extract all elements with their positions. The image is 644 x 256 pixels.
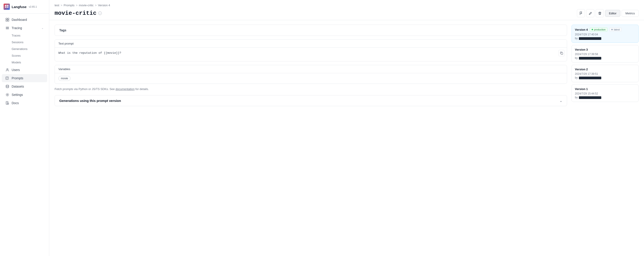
svg-rect-17: [561, 53, 563, 54]
sidebar-item-label: Prompts: [12, 76, 23, 80]
main-nav: Dashboard Tracing ⌄ Traces Sessions Gene…: [0, 14, 49, 256]
edit-button[interactable]: [586, 9, 594, 17]
editor-tab-button[interactable]: Editor: [605, 10, 620, 17]
svg-rect-2: [5, 7, 6, 8]
sidebar-item-label: Datasets: [12, 85, 24, 88]
svg-rect-4: [6, 18, 7, 20]
breadcrumb-sep-1: >: [60, 4, 62, 7]
generations-card: Generations using this prompt version ⌄: [54, 95, 567, 106]
version-label-4: Version 4: [575, 28, 588, 31]
documentation-link[interactable]: documentation: [116, 87, 134, 91]
chevron-down-icon: ⌄: [42, 27, 44, 30]
sidebar-item-label: Docs: [12, 101, 19, 105]
svg-rect-7: [8, 20, 9, 21]
version-date-2: 2024/7/29 17:39:51: [575, 72, 635, 76]
sidebar-item-scores[interactable]: Scores: [2, 52, 47, 59]
redacted-author-1: [579, 96, 601, 99]
dashboard-icon: [5, 18, 10, 22]
variables-body: movie: [55, 73, 567, 84]
generations-title: Generations using this prompt version: [59, 99, 121, 103]
sidebar-item-label: Dashboard: [12, 18, 27, 22]
version-date-4: 2024/7/29 17:40:04: [575, 33, 635, 36]
prompt-text: What is the reputation of {{movie}}?: [58, 51, 563, 55]
version-row-2: Version 2: [575, 68, 635, 71]
breadcrumb-prompts[interactable]: Prompts: [64, 4, 74, 7]
svg-rect-9: [6, 28, 9, 28]
app-version: v2.65.1: [29, 5, 37, 8]
version-date-3: 2024/7/29 17:39:58: [575, 53, 635, 56]
logo-icon: [4, 4, 10, 10]
page-title: movie-critic: [54, 10, 96, 17]
version-date-1: 2024/7/29 15:44:52: [575, 92, 635, 95]
version-label-3: Version 3: [575, 48, 588, 51]
variables-header: Variables: [55, 65, 567, 73]
svg-rect-12: [6, 77, 8, 80]
variables-card: Variables movie: [54, 65, 567, 84]
badge-production-text: production: [594, 28, 606, 31]
version-by-1: by: [575, 96, 635, 99]
metrics-tab-button[interactable]: Metrics: [622, 10, 639, 17]
version-item-4[interactable]: Version 4 production latest 2024/7/29 17…: [572, 25, 639, 43]
prompts-icon: [5, 76, 10, 80]
breadcrumb-sep-3: >: [95, 4, 97, 7]
production-dot: [592, 29, 593, 30]
delete-button[interactable]: [596, 9, 604, 17]
sidebar-item-datasets[interactable]: Datasets: [2, 82, 47, 91]
version-label-1: Version 1: [575, 87, 588, 91]
copy-prompt-button[interactable]: [558, 50, 564, 56]
redacted-author-2: [579, 77, 601, 79]
svg-rect-1: [7, 5, 8, 6]
flag-button[interactable]: [577, 9, 585, 17]
tags-section: Tags: [54, 25, 567, 36]
redacted-author-4: [579, 37, 601, 40]
badge-latest: latest: [609, 28, 622, 32]
content-area: Tags Text prompt What is the reputation …: [49, 20, 644, 256]
chevron-down-icon: ⌄: [560, 99, 562, 103]
sub-item-label: Scores: [12, 54, 20, 57]
user-icon: [5, 68, 10, 72]
info-icon[interactable]: i: [98, 12, 102, 15]
version-item-2[interactable]: Version 2 2024/7/29 17:39:51 by: [572, 65, 639, 82]
breadcrumb-version: Version 4: [98, 4, 110, 7]
breadcrumb-movie-critic[interactable]: movie-critic: [79, 4, 94, 7]
version-item-1[interactable]: Version 1 2024/7/29 15:44:52 by: [572, 84, 639, 102]
svg-rect-6: [6, 20, 7, 21]
tracing-icon: [5, 26, 10, 30]
latest-dot: [611, 29, 613, 30]
badge-latest-text: latest: [614, 28, 620, 31]
sidebar-item-label: Settings: [12, 93, 23, 97]
version-row-3: Version 3: [575, 48, 635, 51]
sidebar-item-label: Tracing: [12, 26, 22, 30]
svg-rect-8: [6, 27, 9, 27]
sidebar-item-docs[interactable]: Docs: [2, 99, 47, 107]
sidebar-item-tracing[interactable]: Tracing ⌄: [2, 24, 47, 32]
sidebar-item-sessions[interactable]: Sessions: [2, 39, 47, 46]
sidebar-item-prompts[interactable]: Prompts: [2, 74, 47, 82]
version-row-1: Version 1: [575, 87, 635, 91]
sidebar-item-settings[interactable]: Settings: [2, 91, 47, 99]
sdk-info-text: Fetch prompts via Python or JS/TS SDKs. …: [54, 87, 567, 91]
version-by-3: by: [575, 57, 635, 60]
sub-item-label: Models: [12, 61, 21, 64]
svg-rect-3: [7, 7, 8, 8]
database-icon: [5, 84, 10, 89]
page-title-area: movie-critic i: [54, 10, 102, 17]
generations-header[interactable]: Generations using this prompt version ⌄: [55, 95, 567, 106]
svg-point-14: [7, 94, 8, 95]
sidebar-item-generations[interactable]: Generations: [2, 46, 47, 52]
sidebar-item-models[interactable]: Models: [2, 59, 47, 66]
version-row-4: Version 4 production latest: [575, 28, 635, 32]
sub-item-label: Traces: [12, 34, 20, 37]
breadcrumb-sep-2: >: [76, 4, 78, 7]
breadcrumb-test[interactable]: test: [54, 4, 59, 7]
sidebar-item-dashboard[interactable]: Dashboard: [2, 16, 47, 24]
sidebar-item-label: Users: [12, 68, 20, 72]
main-content: test > Prompts > movie-critic > Version …: [49, 0, 644, 256]
sidebar-item-users[interactable]: Users: [2, 66, 47, 74]
version-item-3[interactable]: Version 3 2024/7/29 17:39:58 by: [572, 45, 639, 63]
sub-item-label: Sessions: [12, 41, 24, 44]
sidebar-item-traces[interactable]: Traces: [2, 32, 47, 39]
header-actions: Editor Metrics: [577, 9, 639, 17]
version-by-4: by: [575, 37, 635, 40]
svg-rect-5: [8, 18, 9, 20]
